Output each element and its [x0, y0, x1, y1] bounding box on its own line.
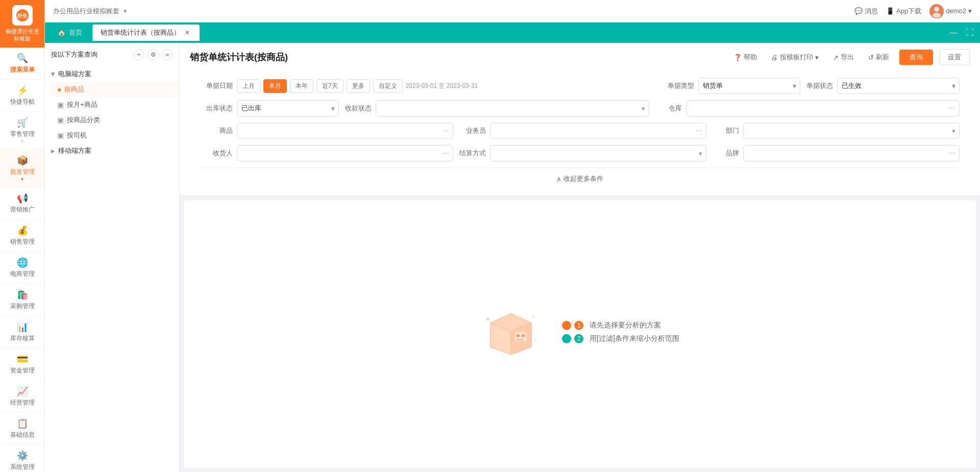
app-download-btn[interactable]: 📱 App下载: [886, 7, 921, 16]
sidebar-item-label: 销售管理: [10, 238, 35, 246]
sidebar-item-wholesale[interactable]: 📦 批发管理 ▾: [0, 150, 44, 187]
operations-icon: 📈: [17, 386, 28, 397]
receipt-status-input[interactable]: [376, 100, 649, 116]
empty-text: 1 请先选择要分析的方案 2 用[过滤]条件来缩小分析范围: [562, 321, 679, 347]
help-label: 帮助: [744, 53, 757, 62]
receiver-input[interactable]: [237, 145, 453, 161]
svg-point-3: [934, 7, 939, 12]
template-print-label: 按模板打印: [780, 53, 813, 62]
date-btn-more[interactable]: 更多: [347, 79, 370, 93]
minimize-btn[interactable]: —: [947, 27, 960, 39]
wholesale-icon: 📦: [17, 155, 28, 166]
out-status-select-wrapper: ▾: [237, 100, 339, 116]
filter-row-2: 出库状态 ▾ 收款状态 ▾: [200, 100, 960, 116]
app-name: 畅捷通好生意 标账版: [6, 28, 39, 42]
warehouse-label: 仓库: [649, 104, 686, 113]
print-icon: 🖨: [771, 54, 778, 61]
collapse-btn[interactable]: ∧ 收起更多条件: [550, 172, 609, 185]
sidebar-item-retail[interactable]: 🛒 零售管理 ▾: [0, 112, 44, 150]
tab-close-btn[interactable]: ✕: [183, 29, 191, 37]
tree-child-by-month-product[interactable]: ▣ 按月+商品: [51, 97, 179, 112]
sidebar-item-system[interactable]: ⚙️ 系统管理: [0, 445, 44, 472]
doc-type-input[interactable]: [698, 78, 800, 94]
tree-child-by-product[interactable]: ● 按商品: [51, 82, 179, 97]
sidebar-item-ecommerce[interactable]: 🌐 电商管理: [0, 252, 44, 284]
date-btn-this-year[interactable]: 本年: [290, 79, 313, 93]
settings-scheme-btn[interactable]: ⚙: [148, 49, 159, 60]
top-header: 办公用品行业模拟账套 ▾ 💬 消息 📱 App下载 de: [45, 0, 980, 22]
message-btn[interactable]: 💬 消息: [854, 7, 878, 16]
doc-status-input[interactable]: [837, 78, 960, 94]
goods-input[interactable]: [237, 123, 453, 139]
settings-btn[interactable]: 设置: [939, 49, 970, 65]
maximize-btn[interactable]: ⛶: [964, 27, 976, 39]
user-menu[interactable]: demo2 ▾: [929, 4, 972, 18]
sidebar-item-inventory[interactable]: 📊 库存核算: [0, 316, 44, 348]
refresh-btn[interactable]: ↺ 刷新: [864, 51, 893, 64]
by-product-icon: ●: [57, 85, 61, 93]
settlement-input[interactable]: [490, 145, 706, 161]
out-status-input[interactable]: [237, 100, 339, 116]
sidebar-item-label: 库存核算: [10, 334, 35, 343]
salesman-input[interactable]: [490, 123, 706, 139]
tree-child-by-category[interactable]: ▣ 按商品分类: [51, 112, 179, 128]
date-btn-7days[interactable]: 近7天: [316, 79, 344, 93]
hint2-text: 用[过滤]条件来缩小分析范围: [590, 334, 679, 343]
tab-report[interactable]: 销货单统计计表（按商品） ✕: [92, 25, 200, 41]
desktop-children: ● 按商品 ▣ 按月+商品 ▣ 按商品分类 ▣ 按司机: [45, 82, 179, 143]
date-label: 单据日期: [200, 81, 237, 90]
left-panel: 按以下方案查询 + ⚙ « ▶ 电脑端方案 ● 按商品: [45, 43, 180, 472]
avatar: [929, 4, 944, 18]
quicknav-icon: ⚡: [17, 85, 28, 96]
goods-control: ···: [237, 123, 453, 139]
sidebar: 好生 畅捷通好生意 标账版 🔍 搜索菜单 ⚡ 快捷导航 🛒 零售管理 ▾ 📦 批…: [0, 0, 45, 472]
tree-child-by-machine[interactable]: ▣ 按司机: [51, 128, 179, 143]
date-btn-last-month[interactable]: 上月: [237, 79, 260, 93]
mobile-arrow: ▶: [51, 148, 55, 154]
brand-label: 品牌: [706, 149, 743, 158]
hint2-num: 2: [574, 334, 583, 343]
add-scheme-btn[interactable]: +: [133, 49, 144, 60]
hint1-text: 请先选择要分析的方案: [590, 321, 661, 330]
message-icon: 💬: [854, 7, 863, 15]
dept-label: 部门: [706, 126, 743, 135]
tab-home[interactable]: 🏠 首页: [49, 25, 90, 41]
template-print-btn[interactable]: 🖨 按模板打印 ▾: [767, 51, 823, 64]
dropdown-arrow[interactable]: ▾: [124, 7, 127, 15]
settlement-control: ▾: [490, 145, 706, 161]
collapse-panel-btn[interactable]: «: [162, 49, 173, 60]
sidebar-item-purchase[interactable]: 🛍️ 采购管理: [0, 284, 44, 316]
tree-mobile[interactable]: ▶ 移动端方案: [45, 143, 179, 158]
main-area: 办公用品行业模拟账套 ▾ 💬 消息 📱 App下载 de: [45, 0, 980, 472]
user-dropdown-arrow: ▾: [968, 7, 972, 15]
inventory-icon: 📊: [17, 321, 28, 333]
tab-report-label: 销货单统计计表（按商品）: [101, 28, 180, 37]
industry-label: 办公用品行业模拟账套: [53, 7, 119, 16]
tree-desktop[interactable]: ▶ 电脑端方案: [45, 66, 179, 82]
doc-type-select-wrapper: ▾: [698, 78, 800, 94]
sidebar-item-marketing[interactable]: 📢 营销推广: [0, 187, 44, 220]
date-btn-custom[interactable]: 自定义: [373, 79, 403, 93]
content-area: 按以下方案查询 + ⚙ « ▶ 电脑端方案 ● 按商品: [45, 43, 980, 472]
goods-label: 商品: [200, 126, 237, 135]
left-panel-actions: + ⚙ «: [133, 49, 173, 60]
sidebar-item-search[interactable]: 🔍 搜索菜单: [0, 48, 44, 80]
export-btn[interactable]: ↗ 导出: [829, 51, 858, 64]
sidebar-item-quicknav[interactable]: ⚡ 快捷导航: [0, 80, 44, 112]
query-btn[interactable]: 查询: [899, 50, 933, 65]
date-btn-this-month[interactable]: 本月: [263, 79, 287, 93]
help-btn[interactable]: ❓ 帮助: [729, 51, 761, 64]
sidebar-item-sales[interactable]: 💰 销售管理: [0, 220, 44, 252]
dept-input[interactable]: [743, 123, 960, 139]
by-machine-icon: ▣: [57, 131, 64, 139]
svg-point-10: [517, 334, 520, 337]
sidebar-item-label: 系统管理: [10, 463, 35, 471]
brand-input[interactable]: [743, 145, 960, 161]
finance-icon: 💳: [17, 353, 28, 365]
sidebar-item-finance[interactable]: 💳 资金管理: [0, 348, 44, 381]
sidebar-item-basic[interactable]: 📋 基础信息: [0, 413, 44, 445]
sidebar-item-label: 零售管理: [10, 130, 35, 138]
warehouse-input[interactable]: [686, 100, 960, 116]
sidebar-item-operations[interactable]: 📈 经营管理: [0, 381, 44, 413]
purchase-icon: 🛍️: [17, 289, 28, 300]
